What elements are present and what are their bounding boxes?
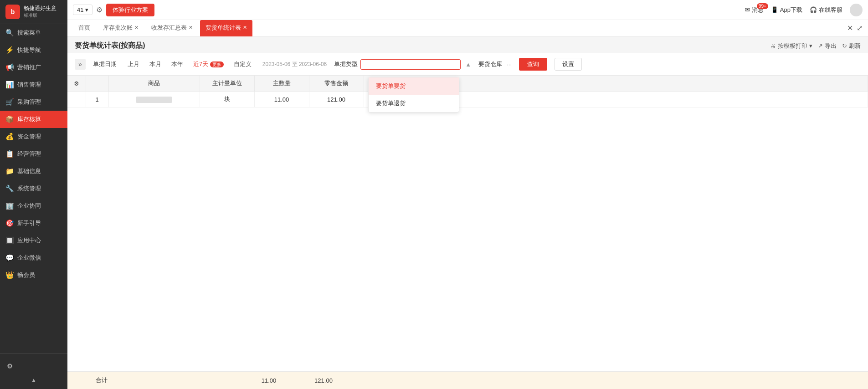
date-filter-label: 单据日期: [93, 60, 117, 68]
tab-batch-label: 库存批次账: [103, 24, 133, 32]
type-filter-input[interactable]: [360, 59, 461, 70]
date-btn-this-year[interactable]: 本年: [168, 59, 187, 69]
print-btn[interactable]: 🖨 按模板打印 ▾: [770, 42, 812, 50]
type-dropdown-toggle[interactable]: ▲: [465, 61, 471, 68]
warehouse-filter: 要货仓库 ···: [478, 60, 512, 68]
tab-batch[interactable]: 库存批次账 ✕: [98, 20, 144, 36]
trial-button[interactable]: 体验行业方案: [106, 4, 154, 16]
online-service-btn[interactable]: 🎧 在线客服: [810, 6, 842, 14]
tab-order-stats-close[interactable]: ✕: [243, 25, 247, 31]
tab-summary[interactable]: 收发存汇总表 ✕: [146, 20, 198, 36]
cell-product: [108, 92, 200, 107]
sidebar-item-search[interactable]: 🔍 搜索菜单: [0, 24, 67, 41]
dropdown-option-order-return-label: 要货单退货: [376, 100, 406, 107]
sidebar-label-wechat: 企业微信: [17, 254, 41, 262]
top-bar: 41 ▾ ⚙ 体验行业方案 ✉ 消息 99+ 📱 App下载 🎧 在线客服: [67, 0, 868, 20]
th-amount: 零售金额: [309, 76, 364, 92]
logo-icon: b: [5, 5, 20, 19]
table-footer: 合计 11.00 121.00: [67, 371, 868, 389]
filter-toggle-btn[interactable]: »: [75, 59, 86, 70]
type-dropdown-menu: 要货单要货 要货单退货: [368, 77, 459, 113]
online-service-label: 在线客服: [819, 6, 842, 14]
main-area: 41 ▾ ⚙ 体验行业方案 ✉ 消息 99+ 📱 App下载 🎧 在线客服 首页: [67, 0, 868, 389]
service-icon: 🎧: [810, 6, 817, 13]
sidebar-label-basics: 基础信息: [17, 167, 41, 175]
filter-area: » 单据日期 上月 本月 本年 近7天 更多 自定义 2023-05-06 至 …: [67, 53, 868, 76]
footer-label: 合计: [73, 376, 187, 384]
date-btn-7days[interactable]: 近7天 更多: [190, 59, 227, 69]
th-settings[interactable]: ⚙: [67, 76, 86, 92]
sidebar-item-guide[interactable]: 🎯 新手引导: [0, 215, 67, 232]
sidebar-label-sales: 销售管理: [17, 81, 41, 89]
query-button[interactable]: 查询: [519, 58, 547, 71]
enterprise-icon: 🏢: [5, 202, 14, 210]
tab-home[interactable]: 首页: [73, 20, 96, 36]
company-dropdown-icon: ▾: [85, 6, 88, 13]
operation-icon: 📋: [5, 150, 14, 158]
sidebar-item-sales[interactable]: 📊 销售管理: [0, 76, 67, 93]
date-range-display: 2023-05-06 至 2023-06-06: [262, 61, 327, 68]
tab-close-all-icon[interactable]: ✕: [847, 24, 853, 32]
tab-order-stats[interactable]: 要货单统计表 ✕: [200, 20, 252, 36]
date-shortcuts: 上月 本月 本年 近7天 更多 自定义: [124, 59, 255, 69]
export-icon: ↗: [818, 42, 823, 49]
sidebar-label-inventory: 库存核算: [17, 115, 41, 123]
sidebar-item-purchase[interactable]: 🛒 采购管理: [0, 93, 67, 111]
top-bar-right: ✉ 消息 99+ 📱 App下载 🎧 在线客服: [745, 4, 863, 16]
dropdown-option-order-goods[interactable]: 要货单要货: [369, 77, 459, 95]
sidebar-item-app-center[interactable]: 🔲 应用中心: [0, 232, 67, 249]
cell-qty: 11.00: [254, 92, 309, 107]
sales-icon: 📊: [5, 81, 14, 89]
messages-badge: 99+: [757, 3, 768, 9]
sidebar-item-quick-nav[interactable]: ⚡ 快捷导航: [0, 41, 67, 59]
tab-bar: 首页 库存批次账 ✕ 收发存汇总表 ✕ 要货单统计表 ✕ ✕ ⤢: [67, 20, 868, 36]
sidebar-label-search: 搜索菜单: [17, 29, 41, 37]
date-btn-last-month[interactable]: 上月: [124, 59, 143, 69]
refresh-label: 刷新: [849, 42, 861, 50]
tab-summary-close[interactable]: ✕: [189, 25, 193, 31]
print-dropdown-icon: ▾: [809, 42, 812, 49]
table-area: ⚙ 商品 主计量单位 主数量 零售金额 1: [67, 76, 868, 371]
refresh-btn[interactable]: ↻ 刷新: [842, 42, 861, 50]
date-btn-this-month[interactable]: 本月: [146, 59, 165, 69]
sidebar-item-system[interactable]: 🔧 系统管理: [0, 180, 67, 197]
phone-icon: 📱: [771, 6, 778, 13]
sidebar-item-basics[interactable]: 📁 基础信息: [0, 163, 67, 180]
table-row: 1 块 11.00 121.00: [67, 92, 868, 107]
app-center-icon: 🔲: [5, 236, 14, 245]
export-label: 导出: [825, 42, 837, 50]
app-download-btn[interactable]: 📱 App下载: [771, 6, 802, 14]
sidebar-label-enterprise: 企业协同: [17, 202, 41, 210]
sidebar-item-marketing[interactable]: 📢 营销推广: [0, 59, 67, 76]
sidebar-item-enterprise[interactable]: 🏢 企业协同: [0, 197, 67, 215]
marketing-icon: 📢: [5, 63, 14, 72]
sidebar-item-settings[interactable]: ⚙: [0, 358, 67, 375]
sidebar-item-wechat[interactable]: 💬 企业微信: [0, 249, 67, 266]
sidebar-item-inventory[interactable]: 📦 库存核算: [0, 111, 67, 128]
tab-expand-icon[interactable]: ⤢: [857, 24, 863, 32]
settings-button[interactable]: 设置: [555, 58, 582, 71]
sidebar-item-member[interactable]: 👑 畅会员: [0, 266, 67, 284]
th-qty: 主数量: [254, 76, 309, 92]
more-badge: 更多: [210, 61, 224, 67]
warehouse-more-icon[interactable]: ···: [507, 61, 512, 68]
sidebar-item-operation[interactable]: 📋 经营管理: [0, 145, 67, 163]
sidebar-label-purchase: 采购管理: [17, 98, 41, 106]
sidebar-item-finance[interactable]: 💰 资金管理: [0, 128, 67, 145]
user-avatar[interactable]: [850, 4, 863, 16]
tab-summary-label: 收发存汇总表: [151, 24, 187, 32]
date-btn-custom[interactable]: 自定义: [230, 59, 255, 69]
tab-home-label: 首页: [78, 24, 90, 32]
footer-qty: 11.00: [241, 377, 296, 384]
messages-btn[interactable]: ✉ 消息 99+: [745, 6, 764, 14]
sidebar-label-quick-nav: 快捷导航: [17, 46, 41, 54]
tab-bar-right: ✕ ⤢: [847, 24, 863, 32]
tab-batch-close[interactable]: ✕: [134, 25, 139, 31]
cell-checkbox: [67, 92, 86, 107]
sidebar-scroll-down[interactable]: ▲: [0, 375, 67, 385]
member-icon: 👑: [5, 271, 14, 279]
topbar-settings-icon[interactable]: ⚙: [96, 5, 103, 14]
export-btn[interactable]: ↗ 导出: [818, 42, 837, 50]
company-selector[interactable]: 41 ▾: [73, 5, 92, 15]
dropdown-option-order-return[interactable]: 要货单退货: [369, 95, 459, 112]
